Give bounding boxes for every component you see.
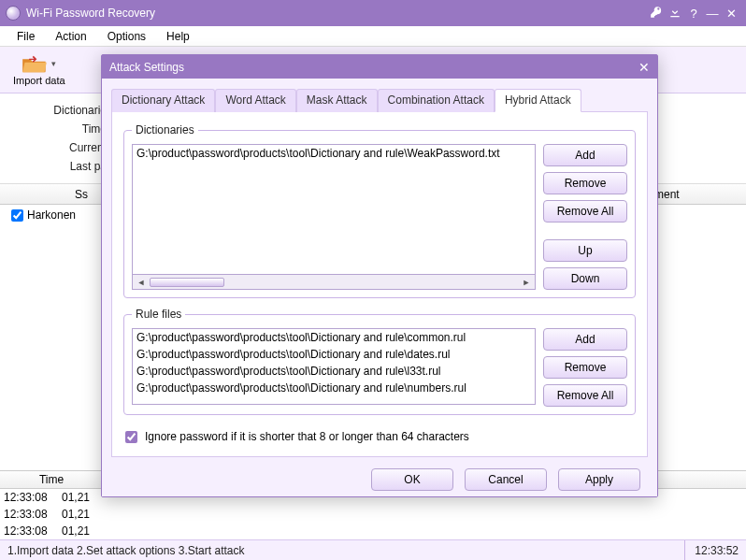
list-item[interactable]: G:\product\password\products\tool\Dictio… [133, 380, 535, 396]
menubar: File Action Options Help [0, 26, 746, 47]
attack-settings-dialog: Attack Settings ✕ Dictionary Attack Word… [101, 54, 658, 497]
cancel-button[interactable]: Cancel [465, 468, 547, 491]
apply-button[interactable]: Apply [558, 468, 640, 491]
row-ssid: Harkonen [27, 208, 76, 222]
tab-combination[interactable]: Combination Attack [378, 89, 495, 112]
dictionaries-hscroll[interactable]: ◄ ► [132, 275, 536, 290]
dictionaries-listbox[interactable]: G:\product\password\products\tool\Dictio… [132, 144, 536, 275]
ignore-password-label: Ignore password if it is shorter that 8 … [145, 430, 469, 443]
folder-open-icon [22, 54, 48, 73]
row-checkbox[interactable] [11, 209, 23, 222]
scroll-right-icon[interactable]: ► [520, 277, 533, 288]
status-hint: 1.Import data 2.Set attack options 3.Sta… [7, 544, 244, 557]
app-icon [6, 6, 21, 21]
log-time: 12:33:08 [4, 524, 56, 538]
chevron-down-icon[interactable]: ▾ [51, 59, 56, 68]
dialog-close-icon[interactable]: ✕ [638, 60, 650, 75]
dialog-footer: OK Cancel Apply [102, 463, 657, 496]
help-icon[interactable]: ? [684, 7, 703, 21]
dictionaries-legend: Dictionaries [132, 123, 198, 136]
log-time: 12:33:08 [4, 491, 56, 504]
close-icon[interactable]: ✕ [722, 7, 740, 21]
scroll-thumb[interactable] [150, 278, 224, 287]
tab-dictionary[interactable]: Dictionary Attack [111, 89, 215, 112]
grid-col-comment[interactable]: ment [654, 188, 710, 201]
log-row: 12:33:0801,21 [0, 506, 746, 523]
scroll-left-icon[interactable]: ◄ [135, 277, 148, 288]
list-item[interactable]: G:\product\password\products\tool\Dictio… [133, 329, 535, 346]
menu-action[interactable]: Action [55, 30, 86, 43]
rule-add-button[interactable]: Add [543, 328, 627, 351]
log-msg: 01,21 [62, 491, 90, 504]
dialog-title: Attack Settings [109, 61, 184, 74]
key-icon[interactable] [647, 6, 666, 22]
log-msg: 01,21 [62, 524, 90, 538]
main-window: Wi-Fi Password Recovery ? — ✕ File Actio… [0, 0, 746, 560]
titlebar: Wi-Fi Password Recovery ? — ✕ [0, 0, 746, 26]
import-data-button[interactable]: ▾ Import data [13, 54, 65, 86]
tab-hybrid[interactable]: Hybrid Attack [495, 89, 581, 112]
list-item[interactable]: G:\product\password\products\tool\Dictio… [133, 363, 535, 380]
dictionaries-fieldset: Dictionaries G:\product\password\product… [123, 123, 636, 298]
ok-button[interactable]: OK [371, 468, 453, 491]
tab-content-hybrid: Dictionaries G:\product\password\product… [111, 112, 648, 457]
dict-up-button[interactable]: Up [543, 239, 627, 262]
dict-remove-all-button[interactable]: Remove All [543, 200, 627, 223]
rule-remove-button[interactable]: Remove [543, 356, 627, 379]
dict-down-button[interactable]: Down [543, 267, 627, 290]
rulefiles-fieldset: Rule files G:\product\password\products\… [123, 308, 636, 415]
ignore-password-row: Ignore password if it is shorter that 8 … [123, 424, 636, 445]
log-col-time[interactable]: Time [0, 473, 103, 486]
dialog-titlebar: Attack Settings ✕ [102, 55, 657, 79]
import-label: Import data [13, 75, 65, 86]
tab-strip: Dictionary Attack Word Attack Mask Attac… [111, 88, 648, 112]
list-item[interactable]: G:\product\password\products\tool\Dictio… [133, 145, 535, 162]
menu-file[interactable]: File [17, 30, 35, 43]
log-time: 12:33:08 [4, 508, 56, 521]
log-msg: 01,21 [62, 508, 90, 521]
log-row: 12:33:0801,21 [0, 523, 746, 539]
ignore-password-checkbox[interactable] [125, 431, 137, 443]
minimize-icon[interactable]: — [703, 7, 722, 21]
tab-word[interactable]: Word Attack [215, 89, 295, 112]
dict-remove-button[interactable]: Remove [543, 172, 627, 194]
statusbar: 1.Import data 2.Set attack options 3.Sta… [0, 539, 746, 560]
status-time: 12:33:52 [684, 540, 739, 560]
list-item[interactable]: G:\product\password\products\tool\Dictio… [133, 346, 535, 363]
tab-mask[interactable]: Mask Attack [296, 89, 378, 112]
rulefiles-listbox[interactable]: G:\product\password\products\tool\Dictio… [132, 328, 536, 405]
menu-options[interactable]: Options [108, 30, 146, 43]
rule-remove-all-button[interactable]: Remove All [543, 384, 627, 407]
download-icon[interactable] [666, 6, 684, 22]
dict-add-button[interactable]: Add [543, 144, 627, 166]
menu-help[interactable]: Help [166, 30, 190, 43]
rulefiles-legend: Rule files [132, 308, 185, 321]
app-title: Wi-Fi Password Recovery [26, 7, 155, 20]
